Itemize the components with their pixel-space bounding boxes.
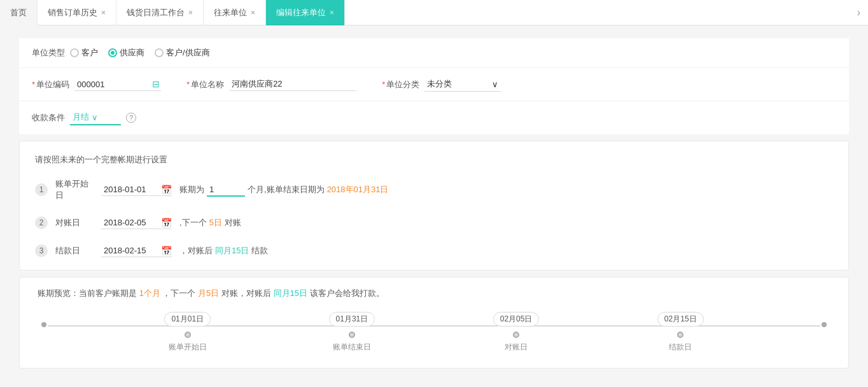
- preview-part3: 同月15日: [274, 288, 307, 298]
- radio-both-label: 客户/供应商: [166, 47, 210, 59]
- tab-cash-work-close[interactable]: ×: [188, 9, 193, 17]
- preview-sep2: 对账，对账后: [221, 288, 271, 298]
- row-desc-1: 账期为 个月,账单结束日期为 2018年01月31日: [179, 183, 388, 197]
- preview-section: 账期预览：当前客户账期是 1个月 ，下一个 月5日 对账，对账后 同月15日 该…: [19, 277, 849, 369]
- timeline-dot-3: [513, 332, 519, 338]
- radio-both-circle: [155, 48, 164, 57]
- setting-row-1: 1 账单开始日 📅 账期为 个月,账单结束日期为 2018年01月31日: [35, 178, 833, 201]
- timeline-sub-4: 结款日: [669, 342, 692, 353]
- tab-scroll-arrow[interactable]: ›: [850, 7, 868, 18]
- timeline-badge-4: 02月15日: [657, 312, 704, 327]
- date-field-1[interactable]: [101, 183, 158, 195]
- preview-suffix: 该客户会给我打款。: [310, 288, 384, 298]
- unit-code-star: *: [32, 80, 35, 89]
- payment-label: 收款条件: [32, 112, 65, 123]
- unit-name-input[interactable]: [229, 78, 356, 91]
- radio-supplier[interactable]: 供应商: [108, 47, 144, 59]
- radio-customer-label: 客户: [81, 47, 98, 59]
- unit-category-value: 未分类: [427, 78, 452, 90]
- main-content: 单位类型 客户 供应商 客户/供应商: [0, 25, 868, 387]
- tab-home-label: 首页: [10, 7, 27, 18]
- payment-row: 收款条件 月结 ∨ ?: [19, 101, 849, 134]
- timeline-item-1: 01月01日 账单开始日: [164, 312, 211, 353]
- row-num-2: 2: [35, 216, 48, 229]
- timeline-sub-2: 账单结束日: [333, 342, 371, 353]
- timeline-dot-4: [677, 332, 683, 338]
- setting-row-3: 3 结款日 📅 ，对账后 同月15日 结款: [35, 244, 833, 257]
- unit-category-field: *单位分类 未分类 ∨: [382, 77, 501, 92]
- timeline-sub-3: 对账日: [505, 342, 528, 353]
- next-day-highlight: 5日: [209, 217, 222, 229]
- preview-prefix: 账期预览：当前客户账期是: [38, 288, 137, 298]
- unit-type-field: 单位类型 客户 供应商 客户/供应商: [32, 47, 210, 59]
- radio-supplier-circle: [108, 48, 117, 57]
- timeline-badge-3: 02月05日: [493, 312, 540, 327]
- row-desc-2: ,下一个 5日 对账: [179, 217, 241, 229]
- preview-part1: 1个月: [139, 288, 160, 298]
- unit-info-row: *单位编码 ⊟ *单位名称 *单位分类 未分类 ∨: [19, 68, 849, 101]
- row-label-2: 对账日: [55, 217, 94, 229]
- radio-customer[interactable]: 客户: [70, 47, 98, 59]
- period-input[interactable]: [207, 183, 245, 197]
- tab-partner[interactable]: 往来单位 ×: [204, 0, 266, 25]
- radio-customer-circle: [70, 48, 79, 57]
- unit-category-select[interactable]: 未分类 ∨: [424, 77, 501, 92]
- timeline-badge-1: 01月01日: [164, 312, 211, 327]
- timeline-container: 01月01日 账单开始日 01月31日 账单结束日 02月05日 对账日: [35, 312, 833, 353]
- unit-type-label: 单位类型: [32, 47, 65, 59]
- payment-value: 月结: [73, 111, 89, 123]
- timeline-items: 01月01日 账单开始日 01月31日 账单结束日 02月05日 对账日: [41, 312, 827, 353]
- timeline-item-2: 01月31日 账单结束日: [329, 312, 375, 353]
- tab-edit-partner[interactable]: 编辑往来单位 ×: [266, 0, 345, 25]
- end-date-highlight: 2018年01月31日: [327, 184, 389, 195]
- tab-sales-history[interactable]: 销售订单历史 ×: [38, 0, 116, 25]
- date-input-1: 📅: [101, 183, 172, 196]
- desc-suffix-2: 对账: [225, 217, 241, 229]
- panel-title: 请按照未来的一个完整帐期进行设置: [35, 154, 833, 165]
- tab-edit-partner-close[interactable]: ×: [330, 9, 334, 17]
- tab-partner-close[interactable]: ×: [251, 9, 255, 17]
- row-desc-3: ，对账后 同月15日 结款: [179, 245, 268, 257]
- timeline-left-dot: [41, 322, 46, 327]
- preview-text: 账期预览：当前客户账期是 1个月 ，下一个 月5日 对账，对账后 同月15日 该…: [35, 288, 833, 299]
- desc-sep-2: ,下一个: [179, 217, 207, 229]
- desc-suffix-3: 结款: [251, 245, 268, 257]
- calendar-icon-3[interactable]: 📅: [161, 246, 172, 256]
- unit-code-input[interactable]: [74, 78, 151, 90]
- payment-select[interactable]: 月结 ∨: [70, 110, 121, 125]
- payment-field: 收款条件 月结 ∨ ?: [32, 110, 136, 125]
- row-label-1: 账单开始日: [55, 178, 94, 201]
- desc-prefix-1: 账期为: [179, 184, 204, 195]
- calendar-icon-1[interactable]: 📅: [161, 185, 172, 195]
- tab-cash-work-label: 钱货日清工作台: [127, 7, 185, 18]
- settings-panel: 请按照未来的一个完整帐期进行设置 1 账单开始日 📅 账期为 个月,账单结束日期…: [19, 141, 849, 271]
- calendar-icon-2[interactable]: 📅: [161, 218, 172, 228]
- timeline-badge-2: 01月31日: [329, 312, 375, 327]
- tab-edit-partner-label: 编辑往来单位: [276, 7, 326, 18]
- tab-home[interactable]: 首页: [0, 0, 38, 25]
- timeline-item-3: 02月05日 对账日: [493, 312, 540, 353]
- timeline-item-4: 02月15日 结款日: [657, 312, 704, 353]
- radio-supplier-label: 供应商: [120, 47, 144, 59]
- date-field-3[interactable]: [101, 244, 158, 257]
- timeline-dot-1: [185, 332, 191, 338]
- preview-part2: 月5日: [198, 288, 219, 298]
- payment-chevron-icon: ∨: [92, 113, 98, 122]
- date-field-2[interactable]: [101, 216, 158, 229]
- tab-sales-history-label: 销售订单历史: [48, 7, 97, 18]
- unit-code-input-wrap: ⊟: [74, 78, 161, 91]
- unit-code-label: *单位编码: [32, 79, 69, 90]
- desc-prefix-3: ，对账后: [179, 245, 213, 257]
- copy-icon[interactable]: ⊟: [151, 79, 161, 89]
- tab-cash-work[interactable]: 钱货日清工作台 ×: [116, 0, 204, 25]
- chevron-down-icon: ∨: [492, 80, 498, 89]
- radio-group-unit-type: 客户 供应商 客户/供应商: [70, 47, 210, 59]
- radio-both[interactable]: 客户/供应商: [155, 47, 210, 59]
- timeline-sub-1: 账单开始日: [169, 342, 207, 353]
- tab-sales-history-close[interactable]: ×: [101, 9, 106, 17]
- timeline-right-dot: [822, 322, 827, 327]
- same-month-highlight: 同月15日: [215, 245, 249, 257]
- row-label-3: 结款日: [55, 245, 94, 257]
- help-icon[interactable]: ?: [126, 113, 136, 123]
- row-num-1: 1: [35, 183, 48, 196]
